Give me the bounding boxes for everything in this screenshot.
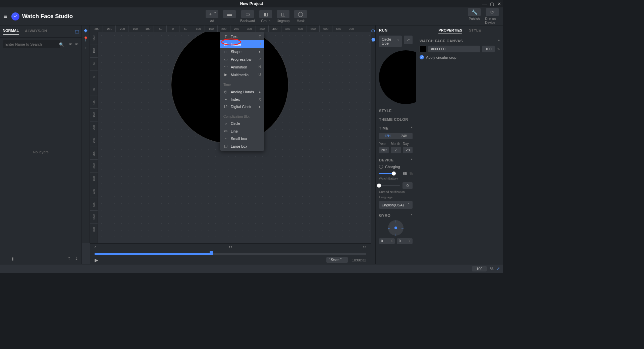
- app-logo: [11, 12, 19, 20]
- dd-progress[interactable]: ▭Progress barP: [220, 55, 264, 63]
- day-input[interactable]: [403, 147, 413, 153]
- shape-select[interactable]: Circle type˅: [379, 36, 402, 47]
- text-icon: T: [223, 35, 228, 39]
- circular-crop-check[interactable]: ✓Apply circular crop: [420, 55, 500, 59]
- layers-icon[interactable]: ⬚: [75, 29, 79, 34]
- gyro-control[interactable]: ↑↓←→: [388, 220, 404, 236]
- timeline: 0 12 24 ▶ 1S/sec ˅ 10:08:32: [90, 243, 371, 264]
- gyro-section[interactable]: GYRO˄: [379, 213, 413, 217]
- dd-shape[interactable]: □Shape▸: [220, 48, 264, 55]
- dd-smallbox[interactable]: ▫Small box: [220, 135, 264, 142]
- mask-button[interactable]: ◯ Mask: [294, 10, 307, 23]
- canvas-section[interactable]: WATCH FACE CANVAS˄: [420, 39, 500, 43]
- pin-icon[interactable]: 📍: [83, 36, 89, 42]
- dd-animation[interactable]: ⋯AnimationN: [220, 63, 264, 71]
- dd-text[interactable]: TTextT: [220, 33, 264, 40]
- language-select[interactable]: English(USA)˅: [379, 201, 413, 209]
- download-icon[interactable]: ⇣: [75, 256, 78, 261]
- search-input[interactable]: [3, 40, 60, 48]
- menu-icon[interactable]: ≡: [3, 12, 7, 20]
- add-icon[interactable]: ＋: [84, 45, 88, 51]
- zoom-input[interactable]: [472, 266, 487, 271]
- group-button[interactable]: ◧ Group: [259, 10, 272, 23]
- publish-button[interactable]: 🔧 Publish: [468, 8, 481, 24]
- toggle-24h[interactable]: 24H: [396, 133, 413, 139]
- play-button[interactable]: ▶: [95, 257, 98, 263]
- search-icon[interactable]: 🔍: [59, 42, 64, 47]
- minimize-icon[interactable]: —: [482, 1, 487, 6]
- properties-panel: PROPERTIES STYLE WATCH FACE CANVAS˄ % ✓A…: [416, 26, 503, 264]
- index-icon: ≡: [223, 97, 228, 101]
- device-section[interactable]: DEVICE˄: [379, 158, 413, 162]
- layers-toggle-icon[interactable]: ◆: [84, 28, 88, 33]
- settings-icon[interactable]: ⚙: [371, 28, 375, 34]
- remove-layer-icon[interactable]: —: [3, 256, 7, 261]
- charging-radio[interactable]: Charging: [379, 165, 413, 169]
- fit-icon[interactable]: ⤢: [497, 266, 500, 271]
- maximize-icon[interactable]: ▢: [490, 1, 494, 6]
- gyro-y-input[interactable]: 0Y: [397, 238, 413, 244]
- dd-time-header: Time: [220, 82, 264, 88]
- circle-icon: ○: [223, 121, 228, 126]
- year-input[interactable]: [379, 147, 389, 153]
- time-display: 10:08:32: [352, 258, 366, 262]
- hex-input[interactable]: [428, 46, 480, 52]
- canvas-viewport[interactable]: TTextT ▣ImageI □Shape▸ ▭Progress barP ⋯A…: [98, 32, 371, 243]
- dd-analog[interactable]: ◷Analog Hands▸: [220, 88, 264, 96]
- window-title: New Project: [240, 1, 263, 6]
- tab-always-on[interactable]: ALWAYS-ON: [25, 29, 47, 34]
- timeline-handle[interactable]: [210, 251, 213, 255]
- appbar: ≡ Watch Face Studio ＋ ˄ Ad ▬ ▭ Backward …: [0, 7, 503, 26]
- upload-icon[interactable]: ⇡: [67, 256, 71, 261]
- speed-select[interactable]: 1S/sec ˅: [326, 257, 348, 263]
- add-button[interactable]: ＋ ˄ Ad: [205, 10, 219, 23]
- run-panel: RUN Circle type˅ ↗ STYLE THEME COLOR TIM…: [376, 26, 416, 264]
- run-on-device-button[interactable]: ⟳ Run on Device: [485, 8, 500, 24]
- timeline-track[interactable]: [95, 253, 366, 255]
- right-panel: ⚙ ⬣ RUN Circle type˅ ↗ STYLE THEME COLOR…: [371, 26, 503, 264]
- empty-layers-message: No layers: [0, 51, 82, 253]
- dd-index[interactable]: ≡IndexX: [220, 96, 264, 103]
- progress-icon: ▭: [223, 57, 228, 61]
- statusbar: % ⤢: [0, 264, 503, 273]
- toggle-12h[interactable]: 12H: [379, 133, 396, 139]
- animation-icon: ⋯: [223, 65, 228, 69]
- backward-button[interactable]: ▭ Backward: [240, 10, 255, 23]
- dd-image[interactable]: ▣ImageI: [220, 40, 264, 48]
- notif-input[interactable]: [402, 182, 413, 189]
- multimedia-icon: ▶: [223, 72, 228, 77]
- dd-digital[interactable]: 12:Digital Clock▸: [220, 103, 264, 110]
- dd-multimedia[interactable]: ▶MultimediaU: [220, 71, 264, 79]
- ruler-horizontal: -300-250-200-150-100-5005010015020025030…: [90, 26, 371, 32]
- folder-icon[interactable]: ▮: [11, 256, 14, 261]
- lock-icon[interactable]: 👁: [75, 42, 79, 47]
- dd-comp-header: Complication Slot: [220, 113, 264, 120]
- gyro-x-input[interactable]: 0X: [379, 238, 395, 244]
- digital-icon: 12:: [223, 105, 228, 109]
- open-external-icon[interactable]: ↗: [404, 36, 413, 44]
- time-section[interactable]: TIME˄: [379, 126, 413, 130]
- notif-slider[interactable]: [379, 185, 400, 186]
- opacity-input[interactable]: [482, 46, 495, 52]
- forward-button[interactable]: ▬: [223, 10, 236, 23]
- tab-normal[interactable]: NORMAL: [3, 29, 19, 35]
- largebox-icon: ▢: [223, 144, 228, 148]
- battery-slider[interactable]: [379, 173, 396, 174]
- visibility-icon[interactable]: 👁: [69, 42, 73, 47]
- style-section[interactable]: STYLE: [379, 109, 413, 113]
- tab-style[interactable]: STYLE: [469, 28, 481, 34]
- run-title: RUN: [379, 28, 413, 32]
- dd-line[interactable]: ▭Line: [220, 127, 264, 135]
- color-swatch[interactable]: [420, 46, 426, 52]
- tag-icon[interactable]: ⬣: [371, 37, 375, 42]
- dd-largebox[interactable]: ▢Large box: [220, 142, 264, 150]
- line-icon: ▭: [223, 129, 228, 133]
- tab-properties[interactable]: PROPERTIES: [438, 28, 462, 34]
- layers-panel: NORMAL ALWAYS-ON ⬚ 🔍 👁 👁 No layers — ▮ ⇡…: [0, 26, 82, 264]
- dd-circle[interactable]: ○Circle: [220, 120, 264, 127]
- close-icon[interactable]: ✕: [497, 1, 501, 6]
- ungroup-button[interactable]: ◫ Ungroup: [276, 10, 290, 23]
- shape-icon: □: [223, 50, 228, 54]
- theme-section[interactable]: THEME COLOR: [379, 117, 413, 121]
- month-input[interactable]: [391, 147, 400, 153]
